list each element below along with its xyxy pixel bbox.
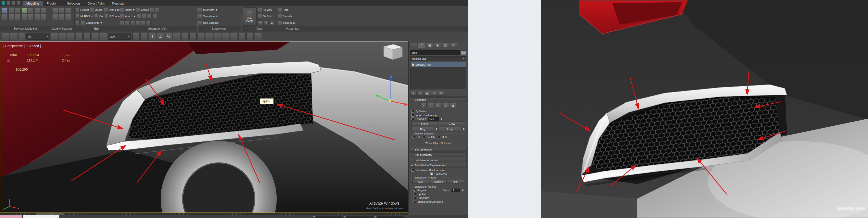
geometry-extra-icon-1[interactable] xyxy=(150,8,154,12)
layer-manager-icon[interactable] xyxy=(206,33,213,40)
preset-medium-button[interactable]: Medium xyxy=(430,179,447,184)
constraints-dropdown[interactable]: Constraints▼ xyxy=(86,21,103,24)
generate-topology-icon[interactable] xyxy=(28,14,34,20)
ribbon-tab-object-paint[interactable]: Object Paint xyxy=(84,1,108,6)
split-mesh-row[interactable]: Split Mesh xyxy=(410,172,466,176)
collapse-icon[interactable] xyxy=(41,8,46,13)
percent-snap-icon[interactable]: % xyxy=(165,33,172,40)
hierarchy-tab-icon[interactable]: ▤ xyxy=(426,43,433,48)
viewcube[interactable] xyxy=(384,44,402,60)
label-polygon-modeling[interactable]: Polygon Modeling ▾ xyxy=(2,27,51,30)
angle-snap-icon[interactable]: ∠ xyxy=(157,33,164,40)
method-spatial-curvature-radio[interactable] xyxy=(413,200,416,203)
coordinate-y-field[interactable]: Y: xyxy=(344,216,373,218)
align-icon[interactable] xyxy=(197,33,205,40)
geometry-extra-icon-11[interactable] xyxy=(141,21,145,25)
modify-tab-icon[interactable]: ◠ xyxy=(418,43,425,48)
preset-low-button[interactable]: Low xyxy=(412,179,429,184)
symmetry-tools-icon[interactable] xyxy=(34,14,40,20)
preview-subobj-radio-row[interactable]: SubObj xyxy=(422,135,435,139)
rollout-soft-selection[interactable]: Soft Selection xyxy=(410,147,467,152)
rollout-selection[interactable]: Selection xyxy=(410,98,467,102)
select-and-rotate-icon[interactable] xyxy=(92,33,99,40)
geometry-extra-icon-7[interactable] xyxy=(120,21,124,25)
viewport-label[interactable]: [ Perspective ] [ Shaded ] xyxy=(3,44,41,48)
undo-icon[interactable] xyxy=(11,1,16,5)
modify-mode-icon[interactable] xyxy=(41,14,46,20)
display-tab-icon[interactable]: ▢ xyxy=(442,43,449,48)
motion-tab-icon[interactable]: ◉ xyxy=(434,43,441,48)
show-end-result-icon[interactable] xyxy=(8,14,14,20)
material-editor-icon[interactable] xyxy=(230,33,237,40)
geometry-extra-icon-9[interactable] xyxy=(130,21,135,25)
split-mesh-checkbox[interactable] xyxy=(430,173,433,175)
configure-modifier-sets-button[interactable]: ⚙ xyxy=(438,91,444,96)
rendered-frame-icon[interactable] xyxy=(247,33,254,40)
named-selection-sets-icon[interactable] xyxy=(181,33,188,40)
ribbon-tab-modeling[interactable]: Modeling xyxy=(23,1,43,6)
make-planar-button[interactable]: Make Planar xyxy=(243,7,256,26)
preview-off-radio[interactable] xyxy=(412,136,415,139)
viewport-canvas[interactable]: gum [ Perspective ] [ Shaded ] Total 106… xyxy=(0,41,408,213)
shrink-selection-icon[interactable] xyxy=(59,8,64,13)
subdiv-enable-row[interactable]: Subdivision Displacement xyxy=(410,168,466,172)
schematic-view-icon[interactable] xyxy=(222,33,229,40)
method-spatial-curvature-row[interactable]: Spatial and Curvature xyxy=(412,200,464,204)
maxscript-listener-pink[interactable] xyxy=(0,215,22,218)
element-subobject-icon[interactable]: ▣ xyxy=(450,103,456,108)
align-y-button[interactable]: Y xyxy=(264,21,269,25)
label-properties[interactable]: Properties ▾ xyxy=(277,27,310,30)
coordinate-x-field[interactable]: X: xyxy=(313,216,342,218)
render-production-icon[interactable] xyxy=(255,33,262,40)
cut-button[interactable]: Cut xyxy=(94,14,103,19)
app-logo-icon[interactable] xyxy=(1,1,5,5)
show-end-result-button[interactable]: ≡ xyxy=(417,91,424,96)
preview-toggle-icon[interactable] xyxy=(2,14,8,20)
ring-spinner[interactable] xyxy=(435,127,438,132)
prev-modifier-icon[interactable] xyxy=(21,14,27,20)
select-and-scale-icon[interactable] xyxy=(100,33,107,40)
method-curvature-radio[interactable] xyxy=(413,196,416,199)
rollout-edit-geometry[interactable]: Edit Geometry xyxy=(410,152,467,157)
bind-to-space-warp-icon[interactable] xyxy=(18,33,25,40)
geometry-extra-icon-2[interactable] xyxy=(155,8,159,12)
ignore-backfacing-checkbox[interactable] xyxy=(411,114,414,116)
polygon-subobject-icon[interactable]: ▰ xyxy=(443,103,449,108)
similar-selection-icon[interactable] xyxy=(65,14,71,20)
loop-selection-icon[interactable] xyxy=(65,8,71,13)
preview-multi-radio[interactable] xyxy=(438,136,440,139)
object-color-swatch[interactable] xyxy=(461,50,466,55)
select-and-move-icon[interactable] xyxy=(84,33,91,40)
maxscript-listener-white[interactable] xyxy=(23,215,59,218)
align-x-button[interactable]: X xyxy=(258,21,263,25)
align-z-button[interactable]: Z xyxy=(270,21,274,25)
geometry-extra-icon-10[interactable] xyxy=(136,21,140,25)
msmooth-button[interactable]: MSmooth▼ xyxy=(198,8,218,12)
by-vertex-checkbox[interactable] xyxy=(411,110,414,113)
tessellate-button[interactable]: Tessellate▼ xyxy=(198,14,218,19)
next-modifier-icon[interactable] xyxy=(15,14,21,20)
preview-subobj-radio[interactable] xyxy=(422,136,425,139)
geometry-extra-icon-12[interactable] xyxy=(146,21,151,25)
ring-selection-icon[interactable] xyxy=(52,14,58,20)
shrink-button[interactable]: Shrink xyxy=(411,121,438,126)
method-regular-row[interactable]: Regular Steps: 2 xyxy=(412,188,464,192)
reference-coordinate-combo[interactable]: View xyxy=(108,34,131,40)
edit-extra-icon-1[interactable] xyxy=(75,21,80,25)
attach-button[interactable]: Attach▼ xyxy=(120,14,136,19)
smooth-button[interactable]: Smooth xyxy=(278,14,292,19)
steps-spinner[interactable] xyxy=(461,189,464,192)
make-unique-button[interactable]: ▦ xyxy=(424,91,430,96)
ribbon-tab-selection[interactable]: Selection xyxy=(63,1,84,6)
geometry-extra-icon-3[interactable] xyxy=(137,14,141,19)
remove-modifier-button[interactable]: ✕ xyxy=(431,91,437,96)
label-edit[interactable]: Edit xyxy=(75,27,118,30)
object-name-field[interactable]: gum xyxy=(410,50,460,55)
label-align[interactable]: Align xyxy=(243,27,275,30)
selection-filter-combo[interactable]: All xyxy=(26,34,50,40)
edge-subobject-icon[interactable]: ∕ xyxy=(428,103,434,108)
modifier-list-dropdown[interactable]: Modifier List xyxy=(410,56,466,61)
window-crossing-icon[interactable] xyxy=(75,33,83,40)
loop-button[interactable]: Loop xyxy=(439,127,462,132)
geometry-extra-icon-4[interactable] xyxy=(142,14,146,19)
